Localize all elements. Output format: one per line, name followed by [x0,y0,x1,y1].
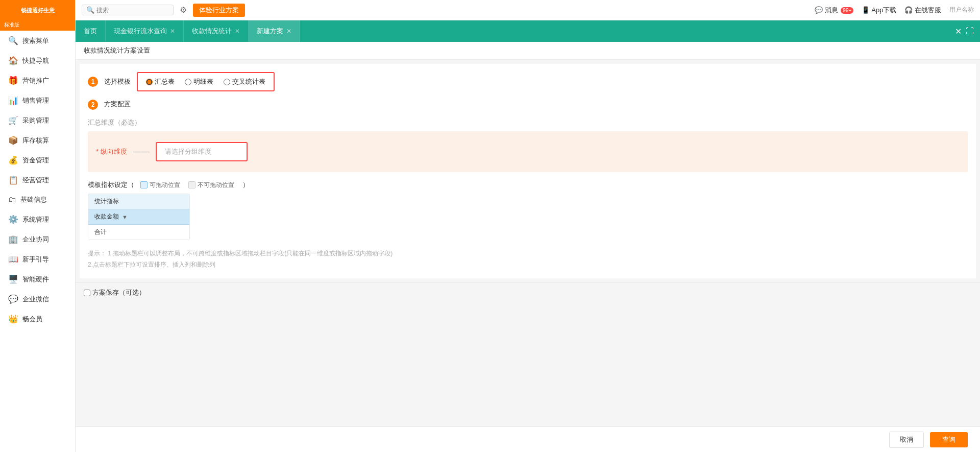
support-label: 在线客服 [915,6,941,14]
vertical-dim-label: 纵向维度 [96,147,127,156]
trial-button[interactable]: 体验行业方案 [193,4,245,17]
sidebar-item-member[interactable]: 👑 畅会员 [0,309,75,329]
sidebar-item-label: 营销推广 [22,76,49,85]
tab-bank-flow-close[interactable]: ✕ [170,28,175,35]
hint-draggable-label: 可拖动位置 [150,181,180,189]
topbar: 🔍 ⚙ 体验行业方案 💬 消息 99+ 📱 App下载 🎧 在线客服 用户名称 [76,0,980,20]
sidebar-item-operation[interactable]: 📋 经营管理 [0,170,75,190]
topbar-right: 💬 消息 99+ 📱 App下载 🎧 在线客服 用户名称 [815,6,974,15]
tab-bank-flow[interactable]: 现金银行流水查询 ✕ [106,20,184,42]
money-icon: 💰 [8,155,18,165]
metrics-section: 模板指标设定（ 可拖动位置 不可拖动位置 ） [88,180,968,240]
tips-section: 提示： 1.拖动标题栏可以调整布局，不可跨维度或指标区域拖动栏目字段(只能在同一… [88,248,968,270]
radio-cross[interactable]: 交叉统计表 [224,77,265,86]
metrics-section-label: 统计指标 [94,197,119,206]
sidebar-item-system[interactable]: ⚙️ 系统管理 [0,209,75,229]
query-button[interactable]: 查询 [930,432,968,447]
hint-fixed: 不可拖动位置 [188,181,234,189]
box-icon: 📦 [8,135,18,145]
tab-new-plan-label: 新建方案 [257,27,283,36]
sidebar-item-label: 采购管理 [22,116,49,125]
chart-icon: 📊 [8,96,18,105]
support-area[interactable]: 🎧 在线客服 [904,6,941,15]
sidebar-item-quick-nav[interactable]: 🏠 快捷导航 [0,51,75,70]
col-dropdown-icon[interactable]: ▼ [122,214,128,220]
sidebar-item-label: 销售管理 [22,96,49,105]
hint-draggable: 可拖动位置 [140,181,180,189]
book-icon: 📖 [8,254,18,264]
step2-label: 方案配置 [104,100,131,109]
tab-receipt-stat-close[interactable]: ✕ [235,28,240,35]
tab-new-plan-close[interactable]: ✕ [286,28,291,35]
metrics-col-header[interactable]: 收款金额 ▼ [88,209,189,225]
sidebar-item-label: 畅会员 [22,315,42,324]
tab-bank-flow-label: 现金银行流水查询 [114,27,167,36]
tab-home[interactable]: 首页 [76,20,106,42]
settings-icon[interactable]: ⚙ [180,5,187,15]
gear-icon: ⚙️ [8,215,18,224]
sidebar-item-label: 资金管理 [22,156,49,165]
sidebar-item-marketing[interactable]: 🎁 营销推广 [0,70,75,90]
message-label: 消息 [825,6,838,14]
radio-summary-label: 汇总表 [155,77,175,86]
download-label: App下载 [871,6,896,14]
page-content: 收款情况统计方案设置 1 选择模板 汇总表 明细表 [76,42,980,426]
sidebar-item-wechat[interactable]: 💬 企业微信 [0,289,75,309]
sidebar-item-label: 库存核算 [22,136,49,145]
template-box: 汇总表 明细表 交叉统计表 [137,72,275,91]
sidebar-item-basic[interactable]: 🗂 基础信息 [0,190,75,209]
user-name: 用户名称 [949,6,974,14]
search-icon: 🔍 [8,36,18,45]
tab-receipt-stat-label: 收款情况统计 [192,27,232,36]
sidebar-item-hardware[interactable]: 🖥️ 智能硬件 [0,269,75,289]
cancel-button[interactable]: 取消 [889,432,924,448]
download-area[interactable]: 📱 App下载 [862,6,896,15]
radio-detail-label: 明细表 [193,77,213,86]
search-box[interactable]: 🔍 [82,5,174,15]
metrics-header: 模板指标设定（ 可拖动位置 不可拖动位置 ） [88,180,968,189]
breadcrumb: 收款情况统计方案设置 [84,46,150,54]
monitor-icon: 🖥️ [8,274,18,284]
close-paren: ） [242,180,249,189]
sidebar-item-purchase[interactable]: 🛒 采购管理 [0,110,75,130]
sidebar-item-label: 搜索菜单 [22,36,49,45]
sidebar-item-newbie[interactable]: 📖 新手引导 [0,249,75,269]
sidebar-item-search[interactable]: 🔍 搜索菜单 [0,31,75,51]
home-icon: 🏠 [8,56,18,65]
radio-cross-input[interactable] [224,79,230,85]
section-card: 1 选择模板 汇总表 明细表 交叉统计 [80,64,976,278]
fixed-indicator [188,181,195,188]
search-input[interactable] [96,7,163,14]
radio-summary-input[interactable] [146,79,153,85]
sidebar-item-inventory[interactable]: 📦 库存核算 [0,130,75,150]
logo-text: 畅捷通好生意 [21,7,55,14]
dim-select-box[interactable]: 请选择分组维度 [156,142,248,161]
arrow-icon: —— [133,147,150,156]
tab-close-icon[interactable]: ✕ [955,27,962,36]
tab-expand-icon[interactable]: ⛶ [966,27,974,36]
metrics-label: 模板指标设定（ [88,180,134,189]
sidebar-item-funds[interactable]: 💰 资金管理 [0,150,75,170]
message-badge: 99+ [841,7,853,14]
config-section: 汇总维度（必选） 纵向维度 —— 请选择分组维度 模板指标设定（ [88,118,968,270]
sidebar-item-label: 新手引导 [22,255,49,264]
page-header: 收款情况统计方案设置 [76,42,980,60]
sidebar-item-sales[interactable]: 📊 销售管理 [0,90,75,110]
headset-icon: 🎧 [904,6,913,14]
save-checkbox[interactable] [84,290,90,296]
message-area[interactable]: 💬 消息 99+ [815,6,853,15]
radio-group: 汇总表 明细表 交叉统计表 [146,77,265,86]
dim-placeholder: 请选择分组维度 [165,147,211,156]
step2-badge: 2 [88,100,98,110]
sidebar-item-label: 系统管理 [22,215,49,224]
tab-new-plan[interactable]: 新建方案 ✕ [249,20,300,42]
radio-detail-input[interactable] [185,79,191,85]
message-icon: 💬 [815,6,823,14]
radio-detail[interactable]: 明细表 [185,77,213,86]
sidebar-item-enterprise[interactable]: 🏢 企业协同 [0,229,75,249]
tab-receipt-stat[interactable]: 收款情况统计 ✕ [184,20,249,42]
radio-summary[interactable]: 汇总表 [146,77,175,86]
save-label[interactable]: 方案保存（可选） [84,288,145,297]
hint-fixed-label: 不可拖动位置 [198,181,234,189]
sidebar-item-label: 企业协同 [22,235,49,244]
